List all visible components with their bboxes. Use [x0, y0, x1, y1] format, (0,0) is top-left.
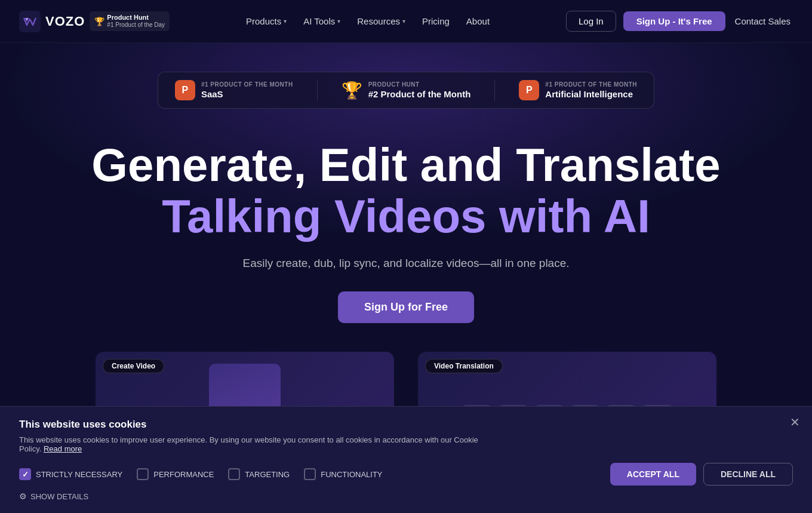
hero-subtext: Easily create, dub, lip sync, and locali…	[242, 257, 569, 270]
chevron-down-icon: ▾	[284, 18, 287, 24]
create-video-badge: Create Video	[103, 359, 164, 373]
nav-link-about[interactable]: About	[459, 11, 497, 31]
ph-item-ai-val: Artificial Intelligence	[545, 88, 637, 100]
cookie-row: STRICTLY NECESSARYPERFORMANCETARGETINGFU…	[19, 463, 793, 486]
hero-headline: Generate, Edit and Translate Talking Vid…	[91, 140, 720, 242]
nav-item-resources[interactable]: Resources ▾	[350, 11, 413, 31]
nav-link-products[interactable]: Products ▾	[239, 11, 294, 31]
logo[interactable]: VOZO	[19, 11, 85, 32]
chevron-down-icon: ▾	[402, 18, 405, 24]
cookie-option-label: TARGETING	[245, 470, 290, 479]
headline-line2: Talking Videos with AI	[162, 190, 650, 242]
cookie-description: This website uses cookies to improve use…	[19, 435, 485, 453]
producthunt-p-icon: P	[175, 80, 195, 100]
navbar: VOZO 🏆 Product Hunt #1 Product of the Da…	[0, 0, 812, 43]
show-details-toggle[interactable]: ⚙ SHOW DETAILS	[19, 492, 793, 501]
ph-item-center: 🏆 PRODUCT HUNT #2 Product of the Month	[342, 81, 471, 100]
nav-link-resources[interactable]: Resources ▾	[350, 11, 413, 31]
cookie-option[interactable]: STRICTLY NECESSARY	[19, 468, 122, 480]
cookie-title: This website uses cookies	[19, 419, 793, 431]
translate-video-badge: Video Translation	[425, 359, 503, 373]
cookie-option[interactable]: PERFORMANCE	[137, 468, 214, 480]
badge-title: Product Hunt	[107, 14, 165, 21]
cookie-option-label: PERFORMANCE	[153, 470, 214, 479]
cookie-checkbox-performance[interactable]	[137, 468, 149, 480]
cookie-option-label: STRICTLY NECESSARY	[36, 470, 122, 479]
nav-item-about[interactable]: About	[459, 11, 497, 31]
cookie-option[interactable]: FUNCTIONALITY	[304, 468, 382, 480]
product-hunt-badge: 🏆 Product Hunt #1 Product of the Day	[90, 11, 170, 31]
gear-icon: ⚙	[19, 492, 27, 501]
ph-divider-1	[317, 79, 318, 101]
decline-all-button[interactable]: DECLINE ALL	[703, 463, 793, 486]
trophy-large-icon: 🏆	[342, 81, 362, 100]
nav-item-products[interactable]: Products ▾	[239, 11, 294, 31]
nav-item-pricing[interactable]: Pricing	[415, 11, 457, 31]
cookie-banner: ✕ This website uses cookies This website…	[0, 406, 812, 513]
chevron-down-icon: ▾	[337, 18, 340, 24]
nav-right: Log In Sign Up - It's Free Contact Sales	[566, 11, 793, 32]
ph-item-ai: P #1 PRODUCT OF THE MONTH Artificial Int…	[519, 80, 637, 100]
badge-sub: #1 Product of the Day	[107, 21, 165, 29]
cookie-buttons: ACCEPT ALL DECLINE ALL	[610, 463, 793, 486]
login-button[interactable]: Log In	[566, 11, 616, 32]
producthunt-p-icon-2: P	[519, 80, 539, 100]
headline-line1: Generate, Edit and Translate	[91, 139, 720, 191]
cookie-option-label: FUNCTIONALITY	[321, 470, 382, 479]
logo-icon	[19, 11, 41, 32]
svg-rect-0	[19, 11, 41, 32]
nav-item-ai-tools[interactable]: AI Tools ▾	[296, 11, 347, 31]
ph-item-center-tag: PRODUCT HUNT	[368, 81, 471, 88]
logo-text: VOZO	[45, 14, 85, 29]
cookie-read-more-link[interactable]: Read more	[44, 444, 82, 453]
show-details-label: SHOW DETAILS	[30, 492, 88, 501]
ph-banner: P #1 PRODUCT OF THE MONTH SaaS 🏆 PRODUCT…	[158, 72, 654, 109]
ph-divider-2	[494, 79, 495, 101]
ph-item-saas-val: SaaS	[201, 88, 293, 100]
cookie-checkbox-strictly-necessary[interactable]	[19, 468, 31, 480]
cookie-close-button[interactable]: ✕	[790, 416, 800, 428]
nav-link-pricing[interactable]: Pricing	[415, 11, 457, 31]
ph-item-center-text: PRODUCT HUNT #2 Product of the Month	[368, 81, 471, 100]
accept-all-button[interactable]: ACCEPT ALL	[610, 463, 696, 486]
trophy-icon: 🏆	[94, 17, 104, 26]
signup-button[interactable]: Sign Up - It's Free	[623, 11, 725, 31]
hero-cta-button[interactable]: Sign Up for Free	[338, 291, 474, 323]
ph-item-center-val: #2 Product of the Month	[368, 88, 471, 100]
ph-item-saas-tag: #1 PRODUCT OF THE MONTH	[201, 81, 293, 88]
contact-sales-button[interactable]: Contact Sales	[733, 11, 793, 31]
ph-item-ai-text: #1 PRODUCT OF THE MONTH Artificial Intel…	[545, 81, 637, 100]
cookie-option[interactable]: TARGETING	[228, 468, 290, 480]
nav-links: Products ▾ AI Tools ▾ Resources ▾ Pricin…	[239, 11, 497, 31]
badge-text: Product Hunt #1 Product of the Day	[107, 14, 165, 29]
nav-link-ai-tools[interactable]: AI Tools ▾	[296, 11, 347, 31]
ph-item-ai-tag: #1 PRODUCT OF THE MONTH	[545, 81, 637, 88]
nav-left: VOZO 🏆 Product Hunt #1 Product of the Da…	[19, 11, 170, 32]
cookie-checkbox-targeting[interactable]	[228, 468, 240, 480]
cookie-checkbox-functionality[interactable]	[304, 468, 316, 480]
cookie-options: STRICTLY NECESSARYPERFORMANCETARGETINGFU…	[19, 468, 383, 480]
ph-item-saas-text: #1 PRODUCT OF THE MONTH SaaS	[201, 81, 293, 100]
ph-item-saas: P #1 PRODUCT OF THE MONTH SaaS	[175, 80, 293, 100]
